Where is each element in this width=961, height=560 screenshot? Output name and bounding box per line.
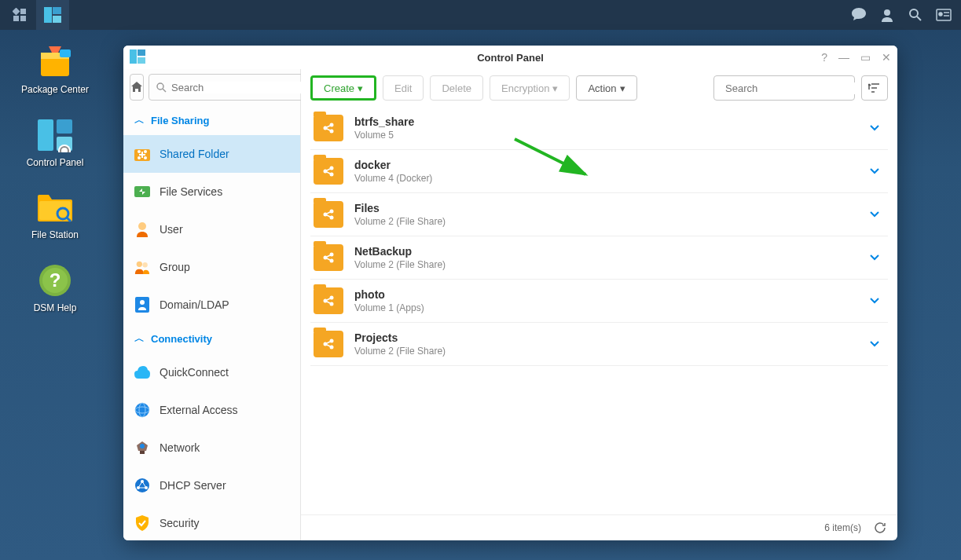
control-panel-window: Control Panel ? — ▭ ✕ ︿ File Sharing	[123, 46, 897, 540]
svg-point-59	[330, 130, 334, 134]
sidebar-item-shared-folder[interactable]: Shared Folder	[123, 135, 300, 173]
action-button[interactable]: Action ▾	[576, 75, 636, 101]
share-folder-icon	[314, 115, 343, 141]
sidebar-search[interactable]	[149, 74, 310, 101]
toolbar: Create▾ Edit Delete Encryption ▾ Action …	[301, 69, 897, 107]
folder-sub: Volume 5	[354, 130, 864, 141]
section-connectivity-header[interactable]: ︿ Connectivity	[123, 324, 300, 353]
svg-line-81	[327, 302, 330, 303]
svg-line-80	[327, 298, 330, 300]
folder-row[interactable]: photoVolume 1 (Apps)	[310, 280, 888, 323]
caret-down-icon: ▾	[552, 82, 558, 94]
package-center-icon	[36, 43, 74, 81]
edit-button[interactable]: Edit	[383, 75, 424, 101]
search-icon[interactable]	[901, 0, 930, 30]
sidebar-item-group[interactable]: Group	[123, 248, 300, 286]
delete-button[interactable]: Delete	[430, 75, 483, 101]
caret-down-icon: ▾	[358, 82, 363, 94]
sidebar-item-user[interactable]: User	[123, 210, 300, 248]
home-button[interactable]	[130, 74, 144, 101]
toolbar-search-input[interactable]	[725, 82, 857, 94]
section-label: Connectivity	[151, 333, 212, 345]
svg-point-74	[330, 259, 334, 263]
file-station-icon	[36, 188, 74, 226]
taskbar-app-control-panel[interactable]	[36, 0, 69, 30]
section-label: File Sharing	[151, 115, 209, 126]
user-icon[interactable]	[873, 0, 901, 30]
footer: 6 item(s)	[301, 514, 897, 540]
sidebar-item-file-services[interactable]: File Services	[123, 173, 300, 210]
svg-line-66	[327, 172, 330, 174]
chevron-down-icon[interactable]	[864, 340, 885, 348]
maximize-button[interactable]: ▭	[860, 51, 871, 64]
encryption-button[interactable]: Encryption ▾	[490, 75, 570, 101]
widgets-icon[interactable]	[930, 0, 958, 30]
svg-line-86	[327, 345, 330, 346]
svg-rect-4	[44, 7, 52, 23]
svg-line-71	[327, 215, 330, 217]
desktop-icon-file-station[interactable]: File Station	[16, 188, 94, 242]
minimize-button[interactable]: —	[838, 51, 849, 64]
folder-sub: Volume 1 (Apps)	[354, 302, 864, 313]
sidebar-item-security[interactable]: Security	[123, 504, 300, 540]
folder-row[interactable]: NetBackupVolume 2 (File Share)	[310, 236, 888, 280]
sidebar-item-domain-ldap[interactable]: Domain/LDAP	[123, 286, 300, 324]
sidebar-search-input[interactable]	[171, 82, 303, 93]
section-file-sharing-header[interactable]: ︿ File Sharing	[123, 105, 300, 135]
svg-line-70	[327, 212, 330, 214]
folder-row[interactable]: btrfs_shareVolume 5	[310, 107, 888, 150]
folder-row[interactable]: FilesVolume 2 (File Share)	[310, 193, 888, 236]
shared-folder-icon	[134, 146, 150, 162]
sidebar-item-quickconnect[interactable]: QuickConnect	[123, 353, 300, 391]
svg-point-41	[142, 262, 147, 267]
chevron-down-icon[interactable]	[864, 167, 885, 175]
svg-rect-18	[57, 119, 72, 134]
share-folder-icon	[314, 201, 343, 228]
sidebar: ︿ File Sharing Shared Folder File Servic…	[123, 69, 301, 540]
start-menu-button[interactable]	[3, 0, 36, 30]
svg-point-73	[330, 253, 334, 257]
domain-ldap-icon	[134, 297, 150, 313]
svg-point-57	[324, 126, 328, 130]
sidebar-item-network[interactable]: Network	[123, 429, 300, 467]
desktop-icon-package-center[interactable]: Package Center	[16, 43, 94, 97]
svg-line-76	[327, 258, 330, 260]
chevron-down-icon[interactable]	[864, 124, 885, 132]
svg-point-39	[138, 222, 146, 230]
folder-row[interactable]: ProjectsVolume 2 (File Share)	[310, 323, 888, 366]
folder-row[interactable]: dockerVolume 4 (Docker)	[310, 150, 888, 193]
chevron-down-icon[interactable]	[864, 297, 885, 305]
taskbar	[0, 0, 961, 30]
notifications-icon[interactable]	[845, 0, 873, 30]
window-header[interactable]: Control Panel ? — ▭ ✕	[123, 46, 897, 69]
share-folder-icon	[314, 158, 343, 185]
svg-rect-17	[38, 119, 53, 151]
folder-sub: Volume 4 (Docker)	[354, 173, 864, 184]
svg-rect-47	[140, 451, 145, 454]
refresh-button[interactable]	[874, 522, 886, 534]
close-button[interactable]: ✕	[882, 51, 891, 64]
svg-line-9	[917, 16, 921, 20]
security-icon	[134, 515, 150, 531]
svg-rect-2	[13, 16, 19, 21]
desktop-icon-control-panel[interactable]: Control Panel	[16, 116, 94, 170]
desktop-icon-dsm-help[interactable]: ? DSM Help	[16, 262, 94, 315]
svg-line-75	[327, 255, 330, 257]
folder-name: NetBackup	[354, 245, 864, 258]
svg-point-8	[910, 9, 918, 17]
desktop-icons: Package Center Control Panel File Statio…	[16, 43, 94, 314]
svg-point-7	[884, 9, 890, 16]
folder-sub: Volume 2 (File Share)	[354, 346, 864, 357]
create-button[interactable]: Create▾	[310, 75, 376, 101]
help-button[interactable]: ?	[821, 51, 827, 64]
sidebar-item-external-access[interactable]: External Access	[123, 391, 300, 429]
sidebar-item-dhcp-server[interactable]: DHCP Server	[123, 467, 300, 504]
chevron-down-icon[interactable]	[864, 210, 885, 218]
chevron-down-icon[interactable]	[864, 254, 885, 262]
svg-point-58	[330, 123, 334, 127]
sort-button[interactable]	[861, 75, 888, 101]
caret-down-icon: ▾	[620, 82, 625, 94]
svg-point-63	[330, 167, 334, 170]
toolbar-search[interactable]	[713, 75, 855, 101]
sidebar-item-label: File Services	[160, 185, 222, 198]
